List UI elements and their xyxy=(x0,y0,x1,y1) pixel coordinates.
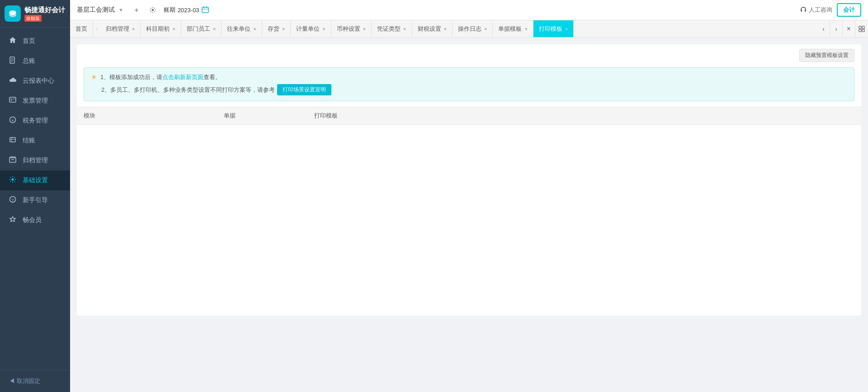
sidebar-item-invoice-label: 发票管理 xyxy=(23,97,48,105)
tab-home[interactable]: 首页 xyxy=(70,20,93,38)
period-value: 2023-03 xyxy=(178,7,199,14)
tab-currency-close[interactable]: × xyxy=(363,26,366,32)
sidebar-item-member-label: 畅会员 xyxy=(23,216,42,224)
sidebar-item-invoice[interactable]: 发票管理 xyxy=(0,91,70,111)
tab-currency-label: 币种设置 xyxy=(337,25,360,33)
info-box: ☀ 1、模板添加成功后，请 点击刷新新页面 查看。 2、多员工、多打印机、多种业… xyxy=(84,67,854,101)
sidebar: 畅捷通好会计 旗舰版 首页 总账 云报表中心 发票管理 xyxy=(0,0,70,392)
tab-subject-init[interactable]: 科目期初 × xyxy=(141,20,181,38)
tab-inventory[interactable]: 存货 × xyxy=(262,20,291,38)
info-row-1: ☀ 1、模板添加成功后，请 点击刷新新页面 查看。 xyxy=(91,73,847,81)
tab-doc-template[interactable]: 单据模板 × xyxy=(493,20,533,38)
tab-unit[interactable]: 计量单位 × xyxy=(291,20,331,38)
svg-point-16 xyxy=(12,179,14,181)
tab-print-template[interactable]: 打印模板 × xyxy=(533,20,574,38)
tab-unit-close[interactable]: × xyxy=(322,26,325,32)
sidebar-item-settle-label: 结账 xyxy=(23,137,35,145)
tab-archive-close[interactable]: × xyxy=(132,26,135,32)
customer-service-button[interactable]: 人工咨询 xyxy=(800,6,832,14)
tab-voucher-type[interactable]: 凭证类型 × xyxy=(372,20,412,38)
archive-icon xyxy=(9,156,18,165)
member-icon xyxy=(9,216,18,225)
calendar-icon[interactable] xyxy=(202,6,209,14)
hide-preview-template-button[interactable]: 隐藏预置模板设置 xyxy=(799,49,854,62)
svg-rect-14 xyxy=(9,158,16,162)
tab-currency[interactable]: 币种设置 × xyxy=(331,20,372,38)
sidebar-item-ledger[interactable]: 总账 xyxy=(0,51,70,71)
settle-icon xyxy=(9,136,18,145)
tab-tax-settings[interactable]: 财税设置 × xyxy=(412,20,453,38)
sidebar-footer-label: ◀ 取消固定 xyxy=(9,377,40,385)
home-icon xyxy=(9,37,18,46)
sidebar-item-home[interactable]: 首页 xyxy=(0,31,70,51)
table-col-doc: 单据 xyxy=(217,107,307,124)
tab-doc-template-close[interactable]: × xyxy=(524,26,527,32)
tab-tax-settings-close[interactable]: × xyxy=(444,26,447,32)
top-bar: 基层工会测试 ▼ ＋ 账期 2023-03 人工咨询 会计 xyxy=(70,0,868,20)
tab-operation-log[interactable]: 操作日志 × xyxy=(453,20,493,38)
tab-next-button[interactable]: › xyxy=(830,20,843,38)
tab-department[interactable]: 部门员工 × xyxy=(181,20,222,38)
sidebar-item-tax-label: 税务管理 xyxy=(23,117,48,125)
svg-rect-11 xyxy=(10,137,15,142)
add-tab-button[interactable]: ＋ xyxy=(130,4,143,16)
guide-icon: ? xyxy=(9,196,18,205)
tab-home-label: 首页 xyxy=(75,25,87,33)
svg-marker-19 xyxy=(10,217,15,222)
tab-close-all-button[interactable]: × xyxy=(843,20,855,38)
company-name: 基层工会测试 xyxy=(77,6,115,14)
content-panel: 隐藏预置模板设置 ☀ 1、模板添加成功后，请 点击刷新新页面 查看。 2、多员工… xyxy=(77,44,861,316)
tab-contacts-label: 往来单位 xyxy=(227,25,250,33)
svg-rect-26 xyxy=(862,26,864,28)
svg-rect-28 xyxy=(862,29,864,32)
sidebar-item-member[interactable]: 畅会员 xyxy=(0,210,70,230)
svg-text:?: ? xyxy=(11,198,14,203)
tab-bar-right-controls: ‹ › × xyxy=(817,20,868,38)
svg-rect-21 xyxy=(202,7,208,13)
svg-point-1 xyxy=(9,13,16,17)
basic-settings-icon xyxy=(9,176,18,185)
tab-print-template-close[interactable]: × xyxy=(565,26,568,32)
account-btn-label: 会计 xyxy=(843,6,855,13)
main-area: 基层工会测试 ▼ ＋ 账期 2023-03 人工咨询 会计 xyxy=(70,0,868,392)
tab-contacts[interactable]: 往来单位 × xyxy=(222,20,262,38)
tab-prev-button[interactable]: ‹ xyxy=(817,20,830,38)
tab-contacts-close[interactable]: × xyxy=(253,26,256,32)
tab-expand-button[interactable] xyxy=(855,20,868,38)
table-header: 模块 单据 打印模板 xyxy=(77,107,861,125)
sidebar-item-settle[interactable]: 结账 xyxy=(0,131,70,151)
refresh-link[interactable]: 点击刷新新页面 xyxy=(162,73,203,81)
tab-inventory-label: 存货 xyxy=(268,25,279,33)
info-bulb-icon: ☀ xyxy=(91,73,97,81)
tab-subject-init-close[interactable]: × xyxy=(172,26,175,32)
sidebar-item-guide[interactable]: ? 新手引导 xyxy=(0,190,70,210)
sidebar-item-tax[interactable]: ¥ 税务管理 xyxy=(0,111,70,131)
svg-rect-25 xyxy=(859,26,861,28)
tab-department-close[interactable]: × xyxy=(213,26,216,32)
sidebar-logo: 畅捷通好会计 旗舰版 xyxy=(0,0,70,28)
sidebar-item-cloud-report-label: 云报表中心 xyxy=(23,77,54,85)
table-body-empty xyxy=(77,125,861,306)
tab-print-template-label: 打印模板 xyxy=(539,25,562,33)
table-col-template: 打印模板 xyxy=(307,107,861,124)
cloud-report-icon xyxy=(9,76,18,85)
tab-doc-template-label: 单据模板 xyxy=(498,25,522,33)
info-row-2: 2、多员工、多打印机、多种业务类型设置不同打印方案等，请参考 打印场景设置宣明 xyxy=(91,84,847,95)
explain-button[interactable]: 打印场景设置宣明 xyxy=(277,84,331,95)
sidebar-item-archive[interactable]: 归档管理 xyxy=(0,151,70,170)
sidebar-item-archive-label: 归档管理 xyxy=(23,156,48,165)
sidebar-item-ledger-label: 总账 xyxy=(23,57,35,65)
tab-voucher-type-label: 凭证类型 xyxy=(377,25,401,33)
tab-operation-log-close[interactable]: × xyxy=(484,26,487,32)
tab-voucher-type-close[interactable]: × xyxy=(403,26,406,32)
tab-inventory-close[interactable]: × xyxy=(282,26,285,32)
sidebar-item-basic-settings[interactable]: 基础设置 xyxy=(0,170,70,190)
company-selector[interactable]: 基层工会测试 ▼ xyxy=(77,6,123,14)
sidebar-item-cloud-report[interactable]: 云报表中心 xyxy=(0,71,70,91)
tab-archive[interactable]: 归档管理 × xyxy=(100,20,141,38)
sidebar-unpin-button[interactable]: ◀ 取消固定 xyxy=(0,370,70,392)
ledger-icon xyxy=(9,57,18,66)
info-line2-text: 2、多员工、多打印机、多种业务类型设置不同打印方案等，请参考 xyxy=(101,86,275,94)
account-button[interactable]: 会计 xyxy=(837,3,861,17)
settings-icon[interactable] xyxy=(146,4,159,16)
